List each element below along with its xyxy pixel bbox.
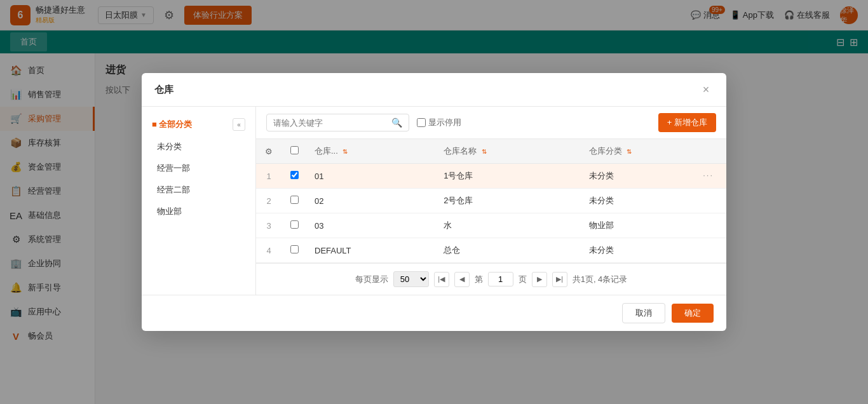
pagination: 每页显示 50 100 |◀ ◀ 第 页 ▶ ▶| 共1页, 4条记录 xyxy=(256,263,726,295)
show-disabled-checkbox[interactable] xyxy=(417,118,426,127)
table-row[interactable]: 3 03 水 物业部 xyxy=(256,213,726,238)
table-panel: 🔍 显示停用 + 新增仓库 ⚙ xyxy=(256,107,726,295)
cancel-button[interactable]: 取消 xyxy=(622,303,665,323)
page-unit: 页 xyxy=(519,274,527,285)
show-disabled-label: 显示停用 xyxy=(428,117,461,128)
table-toolbar: 🔍 显示停用 + 新增仓库 xyxy=(256,107,726,139)
col-code-header: 仓库... ⇅ xyxy=(307,139,436,164)
select-all-checkbox[interactable] xyxy=(290,146,299,154)
row-checkbox[interactable] xyxy=(290,171,299,179)
search-input[interactable] xyxy=(273,118,388,128)
page-last-button[interactable]: ▶| xyxy=(552,272,567,287)
row-name: 2号仓库 xyxy=(436,189,581,213)
row-name: 水 xyxy=(436,213,581,238)
row-num: 2 xyxy=(256,189,281,213)
table-row[interactable]: 1 01 1号仓库 未分类 ··· xyxy=(256,164,726,189)
warehouse-modal: 仓库 × ■ 全部分类 « 未分类 经营一部 经营二部 物业部 xyxy=(142,73,726,331)
code-sort-icon[interactable]: ⇅ xyxy=(342,148,348,155)
page-first-button[interactable]: |◀ xyxy=(434,272,449,287)
page-next-button[interactable]: ▶ xyxy=(532,272,547,287)
row-checkbox[interactable] xyxy=(290,220,299,229)
add-warehouse-button[interactable]: + 新增仓库 xyxy=(658,113,716,132)
category-item-ops2[interactable]: 经营二部 xyxy=(142,179,255,201)
row-action-dots[interactable]: ··· xyxy=(703,170,714,180)
search-icon: 🔍 xyxy=(391,118,402,128)
page-number-input[interactable] xyxy=(488,272,513,286)
table-row[interactable]: 2 02 2号仓库 未分类 xyxy=(256,189,726,213)
col-settings: ⚙ xyxy=(256,139,281,164)
col-checkbox-header xyxy=(281,139,307,164)
col-category-header: 仓库分类 ⇅ xyxy=(581,139,726,164)
row-code: DEFAULT xyxy=(307,238,436,263)
col-name-header: 仓库名称 ⇅ xyxy=(436,139,581,164)
data-table: ⚙ 仓库... ⇅ 仓库名称 ⇅ xyxy=(256,139,726,263)
category-item-unclassified[interactable]: 未分类 xyxy=(142,136,255,158)
modal-footer: 取消 确定 xyxy=(142,295,726,331)
row-checkbox[interactable] xyxy=(290,245,299,253)
category-collapse-button[interactable]: « xyxy=(233,118,245,131)
category-item-property[interactable]: 物业部 xyxy=(142,201,255,222)
row-category: 未分类 xyxy=(581,189,726,213)
search-box: 🔍 xyxy=(266,114,409,131)
category-item-ops1[interactable]: 经营一部 xyxy=(142,158,255,179)
per-page-label: 每页显示 xyxy=(355,274,388,285)
per-page-select[interactable]: 50 100 xyxy=(393,271,429,287)
row-checkbox[interactable] xyxy=(290,196,299,204)
page-prev-button[interactable]: ◀ xyxy=(454,272,470,287)
name-sort-icon[interactable]: ⇅ xyxy=(482,148,487,155)
row-category: 未分类 xyxy=(581,238,726,263)
row-name: 1号仓库 xyxy=(436,164,581,189)
modal-body: ■ 全部分类 « 未分类 经营一部 经营二部 物业部 🔍 xyxy=(142,107,726,295)
modal-close-button[interactable]: × xyxy=(698,82,714,97)
modal-title: 仓库 xyxy=(154,84,173,96)
code-col-label: 仓库... xyxy=(315,146,338,156)
row-num: 1 xyxy=(256,164,281,189)
row-name: 总仓 xyxy=(436,238,581,263)
table-row[interactable]: 4 DEFAULT 总仓 未分类 xyxy=(256,238,726,263)
category-col-label: 仓库分类 xyxy=(589,146,622,156)
category-panel: ■ 全部分类 « 未分类 经营一部 经营二部 物业部 xyxy=(142,107,256,295)
page-total-info: 共1页, 4条记录 xyxy=(573,274,628,285)
row-num: 4 xyxy=(256,238,281,263)
name-col-label: 仓库名称 xyxy=(444,146,477,156)
all-category-label: ■ 全部分类 xyxy=(152,119,192,130)
row-code: 02 xyxy=(307,189,436,213)
confirm-button[interactable]: 确定 xyxy=(672,304,714,323)
row-category: 未分类 ··· xyxy=(581,164,726,189)
row-code: 01 xyxy=(307,164,436,189)
show-disabled-area: 显示停用 xyxy=(417,117,461,128)
category-header[interactable]: ■ 全部分类 « xyxy=(142,113,255,136)
row-num: 3 xyxy=(256,213,281,238)
row-category: 物业部 xyxy=(581,213,726,238)
row-code: 03 xyxy=(307,213,436,238)
category-sort-icon[interactable]: ⇅ xyxy=(627,148,632,155)
modal-header: 仓库 × xyxy=(142,73,726,107)
page-word: 第 xyxy=(475,274,483,285)
